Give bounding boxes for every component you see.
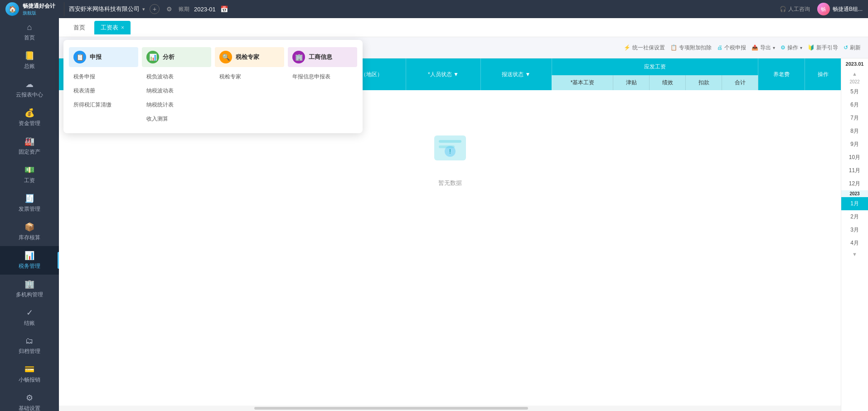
date-nav-down[interactable]: ▼ <box>841 250 868 259</box>
menu-section-header-business-info: 🏢 工商信息 <box>288 47 357 67</box>
settings-icon[interactable]: ⚙ <box>164 4 174 14</box>
sidebar-label: 首页 <box>24 34 35 42</box>
toolbar-actions: ⚡ 统一社保设置 📋 专项附加扣除 🖨 个税申报 📤 导出 ▾ ⚙ <box>624 44 861 52</box>
menu-item-tax-declaration[interactable]: 税务申报 <box>69 70 138 84</box>
sidebar-label: 小畅报销 <box>19 376 40 384</box>
sidebar-item-cloud-report[interactable]: ☁ 云报表中心 <box>0 75 59 103</box>
sidebar-label: 发票管理 <box>19 205 40 213</box>
date-year-2023: 2023 <box>841 190 868 197</box>
th-deduction: 扣款 <box>686 75 722 90</box>
th-performance: 绩效 <box>650 75 686 90</box>
horizontal-scrollbar[interactable] <box>59 406 841 411</box>
support-button[interactable]: 🎧 人工咨询 <box>780 5 810 13</box>
tab-close-icon[interactable]: × <box>121 24 124 31</box>
tab-home[interactable]: 首页 <box>66 20 92 35</box>
sidebar-label: 结账 <box>24 319 35 327</box>
date-month-12[interactable]: 12月 <box>841 177 868 190</box>
tax-expert-section-title: 税检专家 <box>236 53 259 61</box>
refresh-button[interactable]: ↺ 刷新 <box>844 44 861 52</box>
fund-icon: 💰 <box>24 108 34 118</box>
export-button[interactable]: 📤 导出 ▾ <box>752 44 775 52</box>
menu-section-analysis: 📊 分析 税负波动表 纳税波动表 纳税统计表 收入测算 <box>142 47 211 126</box>
logo-icon: 🏠 <box>5 2 19 16</box>
date-year-2022: 2022 <box>841 78 868 85</box>
date-month-8[interactable]: 8月 <box>841 125 868 138</box>
date-month-1-current[interactable]: 1月 <box>841 197 868 210</box>
date-month-4[interactable]: 4月 <box>841 237 868 250</box>
support-label: 人工咨询 <box>788 5 810 13</box>
menu-item-tax-expert[interactable]: 税检专家 <box>215 70 284 84</box>
th-allowance: 津贴 <box>613 75 650 90</box>
sidebar-label: 税务管理 <box>19 262 40 270</box>
menu-item-annual-report[interactable]: 年报信息申报表 <box>288 70 357 84</box>
sidebar-item-multi-org[interactable]: 🏢 多机构管理 <box>0 275 59 303</box>
date-month-11[interactable]: 11月 <box>841 164 868 177</box>
personal-tax-label: 个税申报 <box>724 44 746 52</box>
logo-text-group: 畅捷通好会计 旗舰版 <box>23 2 55 16</box>
date-month-7[interactable]: 7月 <box>841 111 868 125</box>
date-month-3[interactable]: 3月 <box>841 223 868 237</box>
analysis-section-title: 分析 <box>163 53 175 61</box>
sidebar-item-closing[interactable]: ✓ 结账 <box>0 303 59 332</box>
sidebar-item-archive[interactable]: 🗂 归档管理 <box>0 332 59 360</box>
personal-tax-button[interactable]: 🖨 个税申报 <box>717 44 746 52</box>
sidebar-label: 固定资产 <box>19 148 40 156</box>
sidebar-item-fund[interactable]: 💰 资金管理 <box>0 103 59 132</box>
sidebar-item-inventory[interactable]: 📦 库存核算 <box>0 218 59 246</box>
tax-icon: 📊 <box>24 251 34 261</box>
menu-item-tax-payment[interactable]: 纳税波动表 <box>142 84 211 98</box>
sidebar-item-basic[interactable]: ⚙ 基础设置 <box>0 388 59 411</box>
guide-button[interactable]: 🔰 新手引导 <box>808 44 838 52</box>
th-person-status[interactable]: *人员状态 ▼ <box>406 58 481 90</box>
declaration-section-title: 申报 <box>90 53 102 61</box>
menu-item-income-preview[interactable]: 收入测算 <box>142 112 211 126</box>
guide-label: 新手引导 <box>816 44 838 52</box>
archive-icon: 🗂 <box>25 336 34 346</box>
declaration-section-icon: 📋 <box>73 51 86 63</box>
sidebar-item-invoice[interactable]: 🧾 发票管理 <box>0 189 59 218</box>
chevron-down-icon: ▾ <box>142 6 145 12</box>
operation-button[interactable]: ⚙ 操作 ▾ <box>781 44 802 52</box>
sidebar-item-fixed-assets[interactable]: 🏭 固定资产 <box>0 132 59 160</box>
date-month-6[interactable]: 6月 <box>841 98 868 111</box>
tab-bar: 首页 工资表 × <box>59 18 868 37</box>
company-selector[interactable]: 西安虾米网络科技有限公司 ▾ <box>69 5 145 13</box>
top-bar: 🏠 畅捷通好会计 旗舰版 西安虾米网络科技有限公司 ▾ + ⚙ 账期 2023-… <box>0 0 868 18</box>
sidebar-item-home[interactable]: ⌂ 首页 <box>0 18 59 46</box>
sidebar-label: 多机构管理 <box>16 291 43 299</box>
sidebar-label: 云报表中心 <box>16 91 43 99</box>
multi-org-icon: 🏢 <box>24 279 34 289</box>
date-month-9[interactable]: 9月 <box>841 138 868 151</box>
date-month-10[interactable]: 10月 <box>841 151 868 164</box>
menu-section-tax-expert: 🔍 税检专家 税检专家 <box>215 47 284 126</box>
operation-icon: ⚙ <box>781 44 786 51</box>
sidebar-item-xiao-sales[interactable]: 💳 小畅报销 <box>0 360 59 388</box>
company-name: 西安虾米网络科技有限公司 <box>69 5 140 13</box>
add-company-button[interactable]: + <box>150 4 160 14</box>
menu-item-tax-burden[interactable]: 税负波动表 <box>142 70 211 84</box>
user-info[interactable]: 畅 畅捷通B组... <box>817 3 863 15</box>
calendar-icon[interactable]: 📅 <box>220 5 228 13</box>
special-deduction-icon: 📋 <box>670 44 677 51</box>
menu-item-income-tax-clear[interactable]: 所得税汇算清缴 <box>69 98 138 112</box>
date-nav-up[interactable]: ▲ <box>841 69 868 78</box>
menu-item-tax-statistics[interactable]: 纳税统计表 <box>142 98 211 112</box>
cloud-icon: ☁ <box>25 79 34 89</box>
date-month-5[interactable]: 5月 <box>841 85 868 98</box>
user-name: 畅捷通B组... <box>833 5 863 13</box>
tab-salary-table[interactable]: 工资表 × <box>94 21 131 34</box>
menu-item-tax-form[interactable]: 税表清册 <box>69 84 138 98</box>
th-action: 操作 <box>805 58 841 90</box>
special-deduction-button[interactable]: 📋 专项附加扣除 <box>670 44 712 52</box>
th-total: 合计 <box>722 75 758 90</box>
th-report-status[interactable]: 报送状态 ▼ <box>481 58 552 90</box>
date-panel-header: 2023.01 <box>844 58 866 69</box>
sidebar-item-ledger[interactable]: 📒 总账 <box>0 46 59 75</box>
social-insurance-button[interactable]: ⚡ 统一社保设置 <box>624 44 665 52</box>
date-month-2[interactable]: 2月 <box>841 210 868 223</box>
sidebar-item-salary[interactable]: 💵 工资 <box>0 160 59 189</box>
ledger-icon: 📒 <box>24 51 34 61</box>
menu-section-declaration: 📋 申报 税务申报 税表清册 所得税汇算清缴 <box>69 47 138 126</box>
empty-icon: ! <box>427 126 473 172</box>
sidebar-item-tax[interactable]: 📊 税务管理 <box>0 246 59 275</box>
